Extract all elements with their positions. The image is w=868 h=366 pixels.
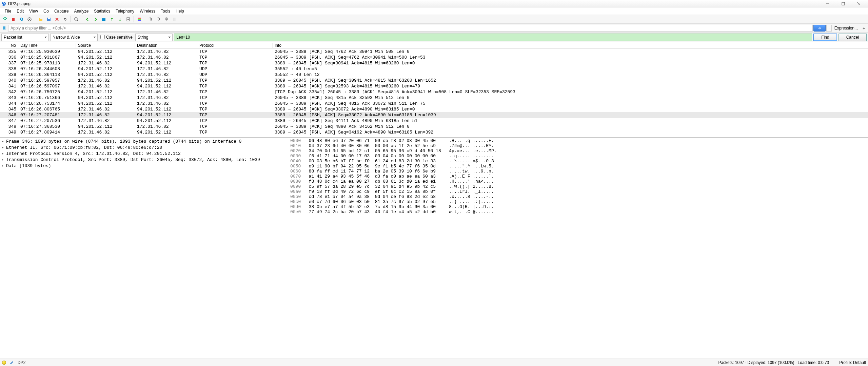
tree-item[interactable]: ▸Frame 346: 1093 bytes on wire (8744 bit… [1, 138, 287, 144]
menu-tools[interactable]: Tools [158, 8, 173, 14]
zoom-reset-icon[interactable]: 1 [163, 16, 171, 23]
go-last-icon[interactable] [116, 16, 124, 23]
expression-button[interactable]: Expression... [832, 25, 860, 31]
find-charset-select[interactable]: Narrow & Wide [50, 34, 98, 41]
packet-row[interactable]: 34107:16:26.597097172.31.46.8294.201.52.… [0, 83, 868, 89]
packet-row[interactable]: 33907:16:26.36411394.201.52.112172.31.46… [0, 72, 868, 78]
zoom-in-icon[interactable] [147, 16, 154, 23]
column-source[interactable]: Source [76, 43, 135, 48]
packet-row[interactable]: 33707:16:25.978113172.31.46.8294.201.52.… [0, 60, 868, 66]
menu-file[interactable]: File [2, 8, 14, 14]
packet-bytes-pane[interactable]: 0000 06 48 80 e6 d7 20 06 71 09 cb f8 02… [288, 138, 868, 215]
expert-info-icon[interactable] [2, 361, 6, 365]
titlebar: DP2.pcapng [0, 0, 868, 7]
bookmark-filter-icon[interactable] [1, 25, 7, 32]
packet-row[interactable]: 33807:16:26.34460894.201.52.112172.31.46… [0, 66, 868, 72]
find-icon[interactable] [73, 16, 80, 23]
save-file-icon[interactable] [45, 16, 53, 23]
packet-details-pane[interactable]: ▸Frame 346: 1093 bytes on wire (8744 bit… [0, 138, 288, 215]
column-time[interactable]: Day Time [18, 43, 76, 48]
resize-columns-icon[interactable] [171, 16, 179, 23]
close-file-icon[interactable] [53, 16, 61, 23]
start-capture-icon[interactable] [1, 16, 9, 23]
go-forward-icon[interactable] [92, 16, 99, 23]
display-filter-input[interactable] [8, 25, 813, 32]
edit-capture-comment-icon[interactable] [9, 360, 14, 365]
column-destination[interactable]: Destination [135, 43, 197, 48]
hex-line[interactable]: 0060 88 fa ff cd 11 74 77 12 ba 2e 05 39… [290, 169, 866, 174]
capture-options-icon[interactable] [26, 16, 33, 23]
hex-line[interactable]: 0030 f6 d1 71 d4 00 00 17 03 03 04 0a 00… [290, 154, 866, 159]
menu-telephony[interactable]: Telephony [113, 8, 137, 14]
tree-item[interactable]: ▸Internet Protocol Version 4, Src: 172.3… [1, 150, 287, 157]
packet-row[interactable]: 34807:16:27.36853094.201.52.112172.31.46… [0, 124, 868, 129]
hex-line[interactable]: 0070 a1 41 29 a4 93 45 5f 46 d3 fa c0 ab… [290, 174, 866, 179]
find-mode-select[interactable]: String [135, 34, 173, 41]
packet-list[interactable]: 33507:16:25.93063994.201.52.112172.31.46… [0, 49, 868, 138]
recent-filters-dropdown[interactable] [826, 25, 832, 32]
column-protocol[interactable]: Protocol [197, 43, 273, 48]
profile-label[interactable]: Profile: Default [839, 360, 866, 365]
packet-row[interactable]: 34407:16:26.75317494.201.52.112172.31.46… [0, 101, 868, 106]
statusbar: DP2 Packets: 1097 · Displayed: 1097 (100… [0, 359, 868, 366]
case-sensitive-checkbox[interactable]: Case sensitive [99, 35, 134, 40]
zoom-out-icon[interactable] [155, 16, 162, 23]
hex-line[interactable]: 00b0 cd 78 e1 b7 04 a4 9a 38 0d 04 ce f6… [290, 194, 866, 199]
hex-line[interactable]: 0010 04 37 23 6d 40 00 80 06 00 00 ac 1f… [290, 143, 866, 148]
column-no[interactable]: No [0, 43, 18, 48]
column-info[interactable]: Info [273, 43, 868, 48]
hex-line[interactable]: 0020 34 70 0d 3d 65 bd 12 c1 05 65 95 96… [290, 148, 866, 154]
hex-line[interactable]: 00e0 77 d9 74 2c ba 20 b7 43 40 f4 1e c4… [290, 209, 866, 215]
hex-line[interactable]: 00d0 38 0b e7 a7 4f 5b 52 e3 7c d8 15 9b… [290, 204, 866, 209]
cancel-button[interactable]: Cancel [839, 34, 867, 41]
menu-go[interactable]: Go [41, 8, 52, 14]
svg-rect-15 [102, 18, 105, 19]
restart-capture-icon[interactable] [18, 16, 25, 23]
packet-row[interactable]: 34007:16:26.597057172.31.46.8294.201.52.… [0, 78, 868, 83]
open-file-icon[interactable] [37, 16, 44, 23]
menu-view[interactable]: View [26, 8, 41, 14]
menu-analyze[interactable]: Analyze [72, 8, 92, 14]
go-back-icon[interactable] [84, 16, 91, 23]
hex-line[interactable]: 0000 06 48 80 e6 d7 20 06 71 09 cb f8 02… [290, 138, 866, 143]
packet-row[interactable]: 33507:16:25.93063994.201.52.112172.31.46… [0, 49, 868, 55]
hex-line[interactable]: 0090 c5 9f 57 da 28 29 e5 7c 32 04 91 d4… [290, 184, 866, 189]
go-to-packet-icon[interactable] [100, 16, 107, 23]
close-button[interactable] [851, 0, 867, 7]
packet-row[interactable]: 34207:16:26.75072594.201.52.112172.31.46… [0, 89, 868, 95]
hex-line[interactable]: 0050 e9 11 90 bf 94 22 05 5e 9c f1 b5 4c… [290, 164, 866, 169]
packet-row[interactable]: 34607:16:27.207481172.31.46.8294.201.52.… [0, 112, 868, 118]
minimize-button[interactable] [820, 0, 835, 7]
auto-scroll-icon[interactable] [124, 16, 132, 23]
svg-rect-10 [48, 18, 50, 19]
colorize-icon[interactable] [136, 16, 143, 23]
hex-line[interactable]: 0040 00 03 5c b6 b7 ff be f0 61 24 ed 83… [290, 159, 866, 164]
tree-item[interactable]: ▸Data (1039 bytes) [1, 163, 287, 169]
tree-item[interactable]: ▸Transmission Control Protocol, Src Port… [1, 157, 287, 163]
find-button[interactable]: Find [813, 34, 837, 41]
packet-row[interactable]: 34707:16:27.207536172.31.46.8294.201.52.… [0, 118, 868, 124]
menu-capture[interactable]: Capture [52, 8, 72, 14]
packet-row[interactable]: 33607:16:25.93186794.201.52.112172.31.46… [0, 55, 868, 60]
hex-line[interactable]: 00a0 f9 18 ff 0d 49 72 6c c9 ef 5f 6c c2… [290, 189, 866, 194]
main-toolbar: 1 [0, 15, 868, 24]
reload-file-icon[interactable] [61, 16, 69, 23]
find-scope-select[interactable]: Packet list [1, 34, 49, 41]
find-input[interactable] [174, 34, 812, 41]
add-filter-button[interactable]: + [861, 25, 867, 32]
menu-help[interactable]: Help [173, 8, 187, 14]
packet-row[interactable]: 34507:16:26.806765172.31.46.8294.201.52.… [0, 106, 868, 112]
display-filter-bar: Expression... + [0, 24, 868, 33]
hex-line[interactable]: 0080 f3 48 0c c4 1a ea 00 27 db 68 61 3c… [290, 179, 866, 184]
menu-wireless[interactable]: Wireless [137, 8, 158, 14]
apply-filter-button[interactable] [813, 25, 826, 32]
menu-edit[interactable]: Edit [14, 8, 26, 14]
packet-row[interactable]: 34907:16:27.809414172.31.46.8294.201.52.… [0, 129, 868, 135]
stop-capture-icon[interactable] [9, 16, 17, 23]
packet-row[interactable]: 34307:16:26.75136694.201.52.112172.31.46… [0, 95, 868, 101]
go-first-icon[interactable] [108, 16, 116, 23]
hex-line[interactable]: 00c0 e0 c7 7d 60 06 b0 03 b0 81 3a 7c 97… [290, 199, 866, 204]
menu-statistics[interactable]: Statistics [91, 8, 113, 14]
tree-item[interactable]: ▸Ethernet II, Src: 06:71:09:cb:f8:02, Ds… [1, 144, 287, 150]
maximize-button[interactable] [835, 0, 851, 7]
